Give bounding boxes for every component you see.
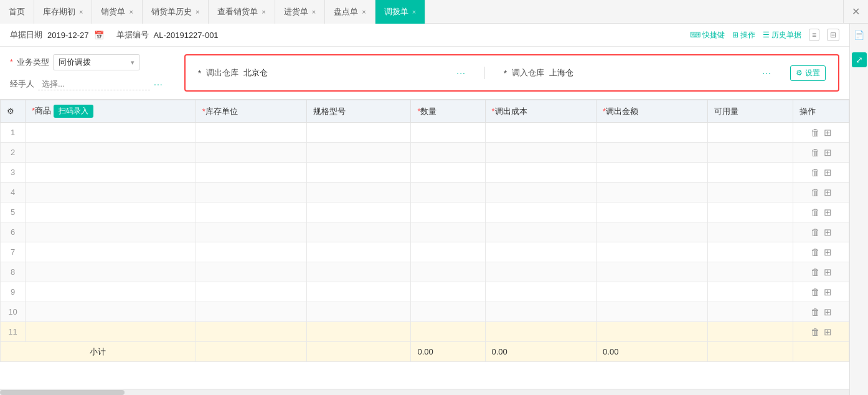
cell-spec-9[interactable] bbox=[307, 282, 411, 302]
tab-purchase-order[interactable]: 进货单× bbox=[275, 0, 325, 24]
cell-spec-6[interactable] bbox=[307, 222, 411, 242]
tab-view-sales[interactable]: 查看销货单× bbox=[209, 0, 275, 24]
cell-product-7[interactable] bbox=[26, 242, 196, 262]
cell-qty-3[interactable] bbox=[411, 163, 485, 183]
tab-close-sales-history[interactable]: × bbox=[196, 8, 199, 16]
cell-spec-10[interactable] bbox=[307, 302, 411, 322]
delete-icon-7[interactable]: 🗑 bbox=[811, 247, 820, 257]
delete-icon-1[interactable]: 🗑 bbox=[811, 127, 820, 138]
cell-unit-3[interactable] bbox=[196, 163, 307, 183]
copy-icon-8[interactable]: ⊞ bbox=[824, 267, 832, 278]
copy-icon-6[interactable]: ⊞ bbox=[824, 227, 832, 238]
cell-qty-10[interactable] bbox=[411, 302, 485, 322]
cell-available-5[interactable] bbox=[707, 202, 793, 222]
cell-product-5[interactable] bbox=[26, 202, 196, 222]
delete-icon-5[interactable]: 🗑 bbox=[811, 207, 820, 217]
settings-button[interactable]: ⚙ 设置 bbox=[790, 65, 826, 81]
cell-spec-4[interactable] bbox=[307, 183, 411, 202]
cell-available-3[interactable] bbox=[707, 163, 793, 183]
cell-spec-2[interactable] bbox=[307, 143, 411, 163]
copy-icon-7[interactable]: ⊞ bbox=[824, 247, 832, 258]
cell-product-3[interactable] bbox=[26, 163, 196, 183]
delete-icon-10[interactable]: 🗑 bbox=[811, 307, 820, 317]
delete-icon-9[interactable]: 🗑 bbox=[811, 287, 820, 297]
cell-qty-9[interactable] bbox=[411, 282, 485, 302]
delete-icon-2[interactable]: 🗑 bbox=[811, 147, 820, 158]
cell-qty-5[interactable] bbox=[411, 202, 485, 222]
cell-amount-9[interactable] bbox=[597, 282, 708, 302]
horizontal-scrollbar[interactable] bbox=[0, 389, 849, 395]
cell-unit-9[interactable] bbox=[196, 282, 307, 302]
cell-available-6[interactable] bbox=[707, 222, 793, 242]
copy-icon-3[interactable]: ⊞ bbox=[824, 167, 832, 178]
tab-close-transfer-order[interactable]: × bbox=[412, 8, 416, 16]
copy-icon-10[interactable]: ⊞ bbox=[824, 307, 832, 318]
cell-cost-8[interactable] bbox=[485, 262, 597, 282]
cell-product-2[interactable] bbox=[26, 143, 196, 163]
cell-unit-7[interactable] bbox=[196, 242, 307, 262]
cell-qty-6[interactable] bbox=[411, 222, 485, 242]
tab-close-inventory-check[interactable]: × bbox=[362, 8, 366, 16]
cell-spec-3[interactable] bbox=[307, 163, 411, 183]
cell-unit-2[interactable] bbox=[196, 143, 307, 163]
cell-product-4[interactable] bbox=[26, 183, 196, 202]
cell-amount-1[interactable] bbox=[597, 123, 708, 143]
cell-spec-7[interactable] bbox=[307, 242, 411, 262]
cell-spec-8[interactable] bbox=[307, 262, 411, 282]
cell-cost-2[interactable] bbox=[485, 143, 597, 163]
cell-available-4[interactable] bbox=[707, 183, 793, 202]
sidebar-expand-icon[interactable]: ⤢ bbox=[852, 52, 867, 67]
cell-spec-5[interactable] bbox=[307, 202, 411, 222]
warehouse-out-more-button[interactable]: ··· bbox=[456, 68, 466, 78]
shortcut-button[interactable]: ⌨ 快捷键 bbox=[690, 30, 725, 40]
delete-icon-6[interactable]: 🗑 bbox=[811, 227, 820, 237]
cell-available-8[interactable] bbox=[707, 262, 793, 282]
cell-qty-1[interactable] bbox=[411, 123, 485, 143]
scrollbar-thumb[interactable] bbox=[0, 390, 125, 395]
cell-amount-3[interactable] bbox=[597, 163, 708, 183]
layout-toggle-2[interactable]: ⊟ bbox=[827, 29, 839, 41]
tab-inventory-open[interactable]: 库存期初× bbox=[34, 0, 92, 24]
gear-icon[interactable]: ⚙ bbox=[7, 107, 14, 116]
cell-qty-8[interactable] bbox=[411, 262, 485, 282]
cell-cost-1[interactable] bbox=[485, 123, 597, 143]
delete-icon-11[interactable]: 🗑 bbox=[811, 326, 820, 337]
cell-product-8[interactable] bbox=[26, 262, 196, 282]
tab-sales-order[interactable]: 销货单× bbox=[92, 0, 142, 24]
cell-amount-2[interactable] bbox=[597, 143, 708, 163]
cell-amount-7[interactable] bbox=[597, 242, 708, 262]
handler-more-button[interactable]: ··· bbox=[154, 79, 163, 89]
cell-available-1[interactable] bbox=[707, 123, 793, 143]
tab-sales-history[interactable]: 销货单历史× bbox=[143, 0, 209, 24]
cell-amount-8[interactable] bbox=[597, 262, 708, 282]
cell-amount-4[interactable] bbox=[597, 183, 708, 202]
tab-close-purchase-order[interactable]: × bbox=[312, 8, 316, 16]
delete-icon-4[interactable]: 🗑 bbox=[811, 187, 820, 198]
cell-cost-4[interactable] bbox=[485, 183, 597, 202]
cell-unit-8[interactable] bbox=[196, 262, 307, 282]
handler-input[interactable] bbox=[38, 78, 150, 90]
tab-close-sales-order[interactable]: × bbox=[129, 8, 133, 16]
cell-cost-3[interactable] bbox=[485, 163, 597, 183]
cell-amount-6[interactable] bbox=[597, 222, 708, 242]
cell-qty-7[interactable] bbox=[411, 242, 485, 262]
tab-close-inventory-open[interactable]: × bbox=[79, 8, 83, 16]
tab-inventory-check[interactable]: 盘点单× bbox=[325, 0, 375, 24]
cell-product-10[interactable] bbox=[26, 302, 196, 322]
copy-icon-1[interactable]: ⊞ bbox=[824, 127, 832, 138]
copy-icon-9[interactable]: ⊞ bbox=[824, 287, 832, 298]
cell-unit-4[interactable] bbox=[196, 183, 307, 202]
cell-spec-1[interactable] bbox=[307, 123, 411, 143]
cell-available-9[interactable] bbox=[707, 282, 793, 302]
cell-amount-10[interactable] bbox=[597, 302, 708, 322]
cell-qty-4[interactable] bbox=[411, 183, 485, 202]
layout-toggle-1[interactable]: ≡ bbox=[809, 29, 819, 41]
tab-home[interactable]: 首页 bbox=[0, 0, 34, 24]
tab-transfer-order[interactable]: 调拨单× bbox=[375, 0, 425, 24]
delete-icon-3[interactable]: 🗑 bbox=[811, 167, 820, 178]
cell-product-6[interactable] bbox=[26, 222, 196, 242]
cell-qty-2[interactable] bbox=[411, 143, 485, 163]
calendar-icon[interactable]: 📅 bbox=[94, 31, 104, 40]
cell-available-10[interactable] bbox=[707, 302, 793, 322]
cell-available-7[interactable] bbox=[707, 242, 793, 262]
